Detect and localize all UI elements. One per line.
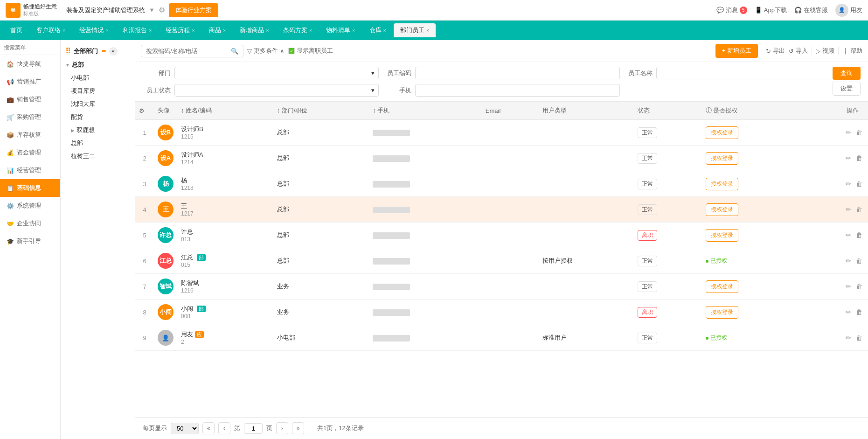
status-select[interactable]: ▾ — [174, 84, 379, 97]
edit-button[interactable]: ✏ — [846, 180, 851, 188]
tab-operation[interactable]: 经营情况× — [73, 23, 115, 37]
reset-button[interactable]: 设置 — [833, 82, 861, 96]
code-input[interactable] — [415, 67, 619, 79]
col-dept[interactable]: ↕ 部门/职位 — [273, 102, 369, 120]
gear-icon[interactable]: ⚙ — [159, 6, 165, 14]
dept-item-shuangluxiang[interactable]: ▶ 双鹿想 — [61, 124, 135, 137]
search-input[interactable] — [146, 48, 228, 55]
tab-barcode[interactable]: 条码方案× — [277, 23, 319, 37]
close-icon[interactable]: × — [192, 28, 194, 33]
system-dropdown-icon[interactable]: ▼ — [149, 7, 155, 14]
auth-button[interactable]: 授权登录 — [706, 152, 738, 165]
auth-button[interactable]: 授权登录 — [706, 178, 738, 190]
edit-button[interactable]: ✏ — [846, 334, 851, 341]
tab-employee[interactable]: 部门员工× — [394, 23, 436, 37]
auth-button[interactable]: 授权登录 — [706, 126, 738, 139]
dept-item-xiaodian[interactable]: 小电部 — [61, 71, 135, 84]
sidebar-item-marketing[interactable]: 📢 营销推广 — [0, 73, 60, 91]
edit-button[interactable]: ✏ — [846, 231, 851, 239]
dept-item-zongbu-parent[interactable]: ▼ 总部 — [61, 58, 135, 71]
edit-button[interactable]: ✏ — [846, 154, 851, 162]
online-service-button[interactable]: 🎧 在线客服 — [794, 6, 828, 14]
delete-button[interactable]: 🗑 — [856, 283, 862, 290]
dept-item-zongbu[interactable]: 总部 — [61, 137, 135, 150]
close-icon[interactable]: × — [62, 28, 65, 33]
app-download-button[interactable]: 📱 App下载 — [755, 6, 787, 14]
dept-select[interactable]: ▾ — [174, 67, 379, 79]
close-icon[interactable]: × — [266, 28, 269, 33]
delete-button[interactable]: 🗑 — [856, 334, 862, 341]
delete-button[interactable]: 🗑 — [856, 180, 862, 188]
tab-goods[interactable]: 商品× — [202, 23, 232, 37]
dept-item-zhishu[interactable]: 植树王二 — [61, 150, 135, 163]
sidebar-item-collab[interactable]: 🤝 企业协同 — [0, 215, 60, 232]
delete-button[interactable]: 🗑 — [856, 231, 862, 239]
trial-button[interactable]: 体验行业方案 — [169, 3, 218, 17]
delete-button[interactable]: 🗑 — [856, 154, 862, 162]
sidebar-item-system[interactable]: ⚙️ 系统管理 — [0, 197, 60, 215]
more-filter-button[interactable]: ▽ 更多条件 ∧ — [247, 47, 285, 55]
sidebar-item-finance[interactable]: 💰 资金管理 — [0, 144, 60, 161]
first-page-button[interactable]: « — [202, 422, 215, 434]
auth-button[interactable]: 授权登录 — [706, 229, 738, 242]
search-menu-input[interactable] — [4, 44, 61, 51]
edit-button[interactable]: ✏ — [846, 283, 851, 290]
add-employee-button[interactable]: + 新增员工 — [715, 44, 758, 58]
page-size-select[interactable]: 50 100 200 — [171, 423, 199, 434]
user-area[interactable]: 👤 用友 — [835, 4, 862, 17]
query-button[interactable]: 查询 — [833, 67, 861, 80]
sidebar-item-guide[interactable]: 🎓 新手引导 — [0, 232, 60, 250]
import-button[interactable]: ↺ 导入 — [789, 47, 808, 55]
tab-customer[interactable]: 客户联络× — [30, 23, 72, 37]
delete-button[interactable]: 🗑 — [856, 206, 862, 213]
close-icon[interactable]: × — [149, 28, 152, 33]
close-icon[interactable]: × — [223, 28, 226, 33]
dept-item-project[interactable]: 项目库房 — [61, 84, 135, 98]
col-setting[interactable]: ⚙ — [135, 102, 154, 120]
sidebar-item-basic[interactable]: 📋 基础信息 — [0, 179, 60, 197]
auth-button[interactable]: 授权登录 — [706, 306, 738, 319]
sidebar-item-purchase[interactable]: 🛒 采购管理 — [0, 108, 60, 126]
message-button[interactable]: 💬 消息 5 — [716, 6, 747, 14]
tab-home[interactable]: 首页 — [4, 23, 29, 37]
delete-button[interactable]: 🗑 — [856, 129, 862, 136]
phone-input[interactable] — [415, 84, 619, 97]
page-number-input[interactable] — [244, 423, 263, 434]
prev-page-button[interactable]: ‹ — [218, 422, 230, 434]
help-button[interactable]: ｜ 帮助 — [842, 47, 862, 55]
dept-item-peihuo[interactable]: 配货 — [61, 111, 135, 124]
sidebar-item-business[interactable]: 📊 经营管理 — [0, 161, 60, 179]
delete-button[interactable]: 🗑 — [856, 308, 862, 316]
tab-history[interactable]: 经营历程× — [159, 23, 201, 37]
dept-item-shenyang[interactable]: 沈阳大库 — [61, 98, 135, 111]
next-page-button[interactable]: › — [276, 422, 288, 434]
col-phone[interactable]: ↕ 手机 — [369, 102, 482, 120]
dept-edit-icon[interactable]: ✏ — [102, 48, 106, 55]
close-icon[interactable]: × — [383, 28, 386, 33]
close-icon[interactable]: × — [309, 28, 312, 33]
edit-button[interactable]: ✏ — [846, 129, 851, 136]
tab-new-goods[interactable]: 新增商品× — [233, 23, 275, 37]
edit-button[interactable]: ✏ — [846, 308, 851, 316]
video-button[interactable]: ▷ 视频 — [816, 47, 834, 55]
export-button[interactable]: ↻ 导出 — [766, 47, 785, 55]
edit-button[interactable]: ✏ — [846, 257, 851, 265]
dept-tree-collapse-btn[interactable]: « — [109, 47, 118, 56]
close-icon[interactable]: × — [105, 28, 108, 33]
delete-button[interactable]: 🗑 — [856, 257, 862, 265]
auth-button[interactable]: 授权登录 — [706, 203, 738, 216]
show-resigned-toggle[interactable]: ✓ 显示离职员工 — [288, 47, 333, 55]
auth-button[interactable]: 授权登录 — [706, 280, 738, 293]
col-name[interactable]: ↕ 姓名/编码 — [177, 102, 273, 120]
close-icon[interactable]: × — [352, 28, 355, 33]
edit-button[interactable]: ✏ — [846, 206, 851, 213]
sidebar-item-inventory[interactable]: 📦 库存核算 — [0, 126, 60, 144]
tab-bom[interactable]: 物料清单× — [319, 23, 361, 37]
sidebar-item-quicknav[interactable]: 🏠 快捷导航 — [0, 55, 60, 73]
sidebar-item-sales[interactable]: 💼 销售管理 — [0, 91, 60, 108]
last-page-button[interactable]: » — [292, 422, 304, 434]
close-icon[interactable]: × — [426, 28, 429, 33]
tab-warehouse[interactable]: 仓库× — [363, 23, 393, 37]
tab-profit[interactable]: 利润报告× — [116, 23, 158, 37]
name-input[interactable] — [656, 67, 861, 79]
